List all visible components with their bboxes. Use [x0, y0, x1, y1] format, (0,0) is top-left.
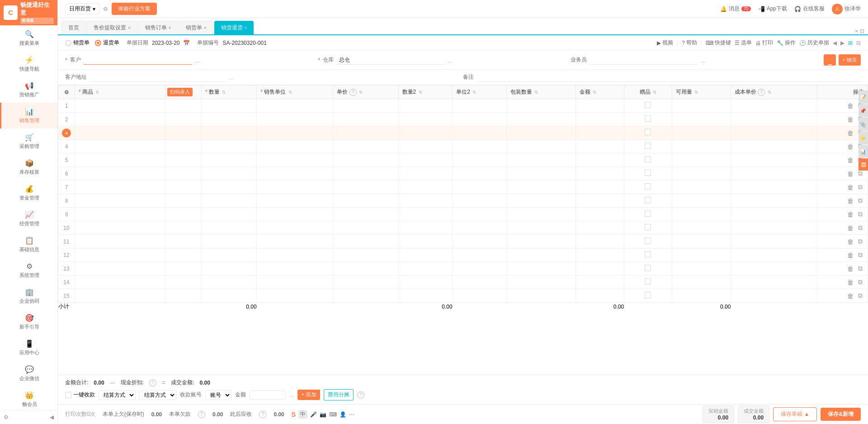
unit-price-cell[interactable]: [333, 208, 398, 221]
copy-row-btn[interactable]: ⧉: [857, 183, 864, 191]
product-cell[interactable]: [75, 194, 165, 208]
sales-unit-cell[interactable]: [257, 140, 333, 153]
sidebar-item-guide[interactable]: 🎯 新手引导: [0, 309, 57, 335]
float-btn-5[interactable]: 📊: [859, 145, 868, 158]
delete-row-btn[interactable]: 🗑: [846, 102, 855, 110]
sales-unit-cell[interactable]: [257, 262, 333, 276]
unit-price-cell[interactable]: [333, 248, 398, 262]
gift-cell[interactable]: [624, 208, 672, 221]
logistics-btn[interactable]: + 物流: [839, 54, 861, 66]
product-cell[interactable]: [75, 262, 165, 276]
collapse-icon[interactable]: ◀: [50, 414, 54, 420]
product-cell[interactable]: [75, 208, 165, 221]
qty-cell[interactable]: [202, 153, 257, 167]
available-cell[interactable]: [672, 140, 731, 153]
available-cell[interactable]: [672, 276, 731, 289]
gift-cell[interactable]: [624, 276, 672, 289]
fee-split-help-icon[interactable]: ?: [357, 391, 364, 399]
address-input[interactable]: [90, 72, 225, 82]
qty2-cell[interactable]: [398, 126, 453, 140]
gift-checkbox[interactable]: [645, 265, 651, 271]
unit-price-cell[interactable]: [333, 262, 398, 276]
product-cell[interactable]: [75, 153, 165, 167]
qty2-cell[interactable]: [398, 140, 453, 153]
delete-row-btn[interactable]: 🗑: [846, 183, 855, 191]
available-cell[interactable]: [672, 262, 731, 276]
calendar-icon[interactable]: 📅: [183, 40, 190, 46]
sales-unit-cell[interactable]: [257, 221, 333, 235]
pack-qty-cell[interactable]: [506, 99, 576, 113]
gift-cell[interactable]: [624, 289, 672, 303]
radio-sales[interactable]: 销货单: [65, 39, 90, 47]
float-btn-1[interactable]: 📝: [859, 91, 868, 104]
gift-sort-icon[interactable]: ⇅: [653, 90, 656, 95]
gift-checkbox[interactable]: [645, 115, 651, 122]
unit-price-cell[interactable]: [333, 289, 398, 303]
available-sort-icon[interactable]: ⇅: [694, 90, 698, 95]
qty-cell[interactable]: [202, 289, 257, 303]
delete-row-btn[interactable]: 🗑: [846, 251, 855, 259]
gift-checkbox[interactable]: [645, 292, 651, 298]
sidebar-item-basic[interactable]: 📋 基础信息: [0, 232, 57, 257]
sidebar-item-promotion[interactable]: 📢 营销推广: [0, 77, 57, 103]
available-cell[interactable]: [672, 167, 731, 181]
tab-close-all-icon[interactable]: ×: [855, 28, 858, 34]
unit2-cell[interactable]: [453, 276, 507, 289]
settings-icon[interactable]: ⚙: [4, 414, 9, 420]
settlement-select[interactable]: 结算方式: [99, 390, 136, 400]
unit2-cell[interactable]: [453, 167, 507, 181]
qty-cell[interactable]: [202, 126, 257, 140]
online-service-btn[interactable]: 🎧 在线客服: [794, 5, 825, 13]
gift-cell[interactable]: [624, 153, 672, 167]
sales-unit-cell[interactable]: [257, 181, 333, 194]
sidebar-item-appstore[interactable]: 📱 应用中心: [0, 335, 57, 361]
qty-cell[interactable]: [202, 208, 257, 221]
delete-row-btn[interactable]: 🗑: [846, 238, 855, 246]
qty2-cell[interactable]: [398, 153, 453, 167]
cost-price-cell[interactable]: [731, 153, 817, 167]
pack-qty-cell[interactable]: [506, 262, 576, 276]
gift-checkbox[interactable]: [645, 143, 651, 149]
cost-price-cell[interactable]: [731, 99, 817, 113]
remark-input[interactable]: [476, 72, 861, 82]
copy-row-btn[interactable]: ⧉: [857, 224, 864, 232]
mic-icon[interactable]: 🎤: [310, 411, 317, 418]
pack-qty-cell[interactable]: [506, 221, 576, 235]
product-cell[interactable]: [75, 140, 165, 153]
tab-close-price-extract[interactable]: ×: [128, 25, 131, 30]
qty2-cell[interactable]: [398, 208, 453, 221]
delete-row-btn[interactable]: 🗑: [846, 197, 855, 205]
amount-cell[interactable]: [576, 113, 624, 126]
available-cell[interactable]: [672, 126, 731, 140]
available-cell[interactable]: [672, 208, 731, 221]
qty2-cell[interactable]: [398, 235, 453, 248]
sales-unit-cell[interactable]: [257, 276, 333, 289]
product-sort-icon[interactable]: ⇅: [95, 90, 99, 95]
pack-qty-cell[interactable]: [506, 276, 576, 289]
sidebar-item-corp[interactable]: 🏢 企业协同: [0, 283, 57, 309]
unit2-cell[interactable]: [453, 113, 507, 126]
copy-row-btn[interactable]: ⧉: [857, 251, 864, 259]
amount-cell[interactable]: [576, 221, 624, 235]
grid-view-icon[interactable]: ⊞: [848, 40, 853, 46]
address-dots-icon[interactable]: ...: [228, 74, 233, 81]
sidebar-item-operations[interactable]: 📈 经营管理: [0, 206, 57, 232]
delete-row-btn[interactable]: 🗑: [846, 129, 855, 137]
product-cell[interactable]: [75, 126, 165, 140]
pack-qty-cell[interactable]: [506, 181, 576, 194]
delete-row-btn[interactable]: 🗑: [846, 224, 855, 232]
sidebar-item-finance[interactable]: 💰 资金管理: [0, 180, 57, 206]
fee-split-btn[interactable]: 费用分摊: [324, 389, 354, 400]
pack-qty-cell[interactable]: [506, 126, 576, 140]
unit2-cell[interactable]: [453, 221, 507, 235]
float-btn-2[interactable]: 📌: [859, 104, 868, 117]
sales-unit-cell[interactable]: [257, 235, 333, 248]
unit2-cell[interactable]: [453, 262, 507, 276]
cost-price-cell[interactable]: [731, 167, 817, 181]
gift-cell[interactable]: [624, 262, 672, 276]
help-btn[interactable]: ? 帮助: [682, 39, 697, 47]
gift-checkbox[interactable]: [645, 210, 651, 217]
chinese-icon[interactable]: 中: [298, 410, 307, 419]
gift-checkbox[interactable]: [645, 129, 651, 135]
float-btn-3[interactable]: 📎: [859, 118, 868, 131]
